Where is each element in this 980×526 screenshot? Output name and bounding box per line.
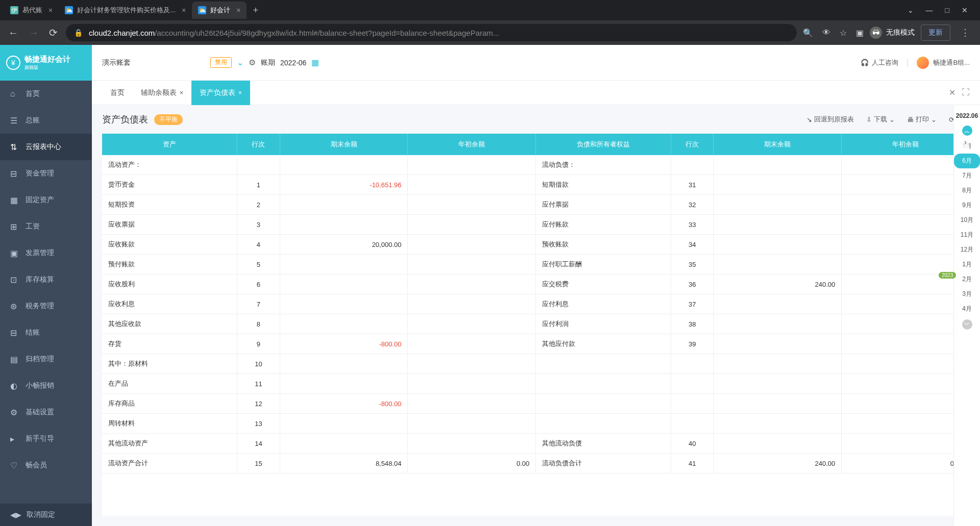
tab-close-icon[interactable]: × [238, 89, 242, 96]
sidebar-item-2[interactable]: ⇅云报表中心 [0, 134, 92, 160]
tab-close-icon[interactable]: × [48, 6, 53, 14]
month-item[interactable]: 10月 [954, 213, 980, 228]
sidebar-item-label: 税务管理 [26, 302, 54, 311]
month-item[interactable]: 3月 [954, 287, 980, 302]
month-down-icon[interactable]: ︾ [962, 319, 972, 330]
extension-icon[interactable]: ▣ [856, 28, 864, 38]
sidebar-item-0[interactable]: ⌂首页 [0, 81, 92, 107]
close-all-tabs-icon[interactable]: ✕ [949, 88, 955, 97]
app-tabs: 首页辅助余额表×资产负债表× ✕ ⛶ [92, 81, 980, 105]
new-tab-button[interactable]: + [247, 5, 264, 16]
browser-tab[interactable]: ⛅ 好会计财务管理软件购买价格及... × [59, 2, 192, 19]
incognito-indicator[interactable]: 🕶 无痕模式 [870, 27, 915, 39]
sidebar-item-label: 结账 [26, 328, 40, 337]
sidebar-icon: ⌂ [10, 89, 19, 98]
kebab-menu-icon[interactable]: ⋮ [957, 27, 974, 38]
sidebar-icon: ▤ [10, 355, 19, 364]
app-tab-2[interactable]: 资产负债表× [191, 81, 250, 105]
app-tab-1[interactable]: 辅助余额表× [133, 81, 191, 105]
dropdown-arrow-icon[interactable]: ⌄ [237, 58, 243, 67]
tab-close-icon[interactable]: × [182, 6, 186, 14]
month-item[interactable]: 12月 [954, 242, 980, 257]
tab-close-icon[interactable]: × [236, 6, 240, 14]
gear-icon[interactable]: ⚙ [249, 58, 256, 67]
eye-off-icon[interactable]: 👁 [822, 28, 830, 37]
table-row: 应收利息7应付利息37 [102, 294, 970, 314]
disable-badge[interactable]: 禁用 [210, 57, 232, 68]
table-cell: 其他应付款 [536, 334, 671, 354]
reload-button[interactable]: ⟳ [47, 24, 60, 41]
browser-tab[interactable]: 伊 易代账 × [4, 2, 59, 19]
month-selector-panel: 2022.06 ︽ 5月6月7月8月9月10月11月12月1月20232月3月4… [953, 105, 980, 526]
print-icon: 🖶 [907, 116, 914, 123]
sidebar-item-14[interactable]: ♡畅会员 [0, 452, 92, 479]
sidebar-item-3[interactable]: ⊟资金管理 [0, 160, 92, 187]
sidebar-item-6[interactable]: ▣发票管理 [0, 240, 92, 266]
back-button[interactable]: ← [6, 25, 20, 41]
close-icon[interactable]: ✕ [962, 6, 968, 14]
table-cell: 应付账款 [536, 215, 671, 235]
month-item[interactable]: 11月 [954, 228, 980, 242]
sidebar-item-7[interactable]: ⊡库存核算 [0, 266, 92, 293]
sidebar-item-4[interactable]: ▦固定资产 [0, 187, 92, 213]
fullscreen-icon[interactable]: ⛶ [962, 88, 970, 97]
browser-tab-active[interactable]: ⛅ 好会计 × [192, 2, 247, 19]
table-row: 应收股利6应交税费36240.00 [102, 274, 970, 294]
window-controls: ⌄ ― □ ✕ [908, 6, 976, 14]
user-info[interactable]: 畅捷通B组... [917, 57, 970, 69]
month-item[interactable]: 8月 [954, 183, 980, 198]
app-tab-label: 资产负债表 [200, 88, 235, 97]
incognito-label: 无痕模式 [886, 28, 915, 37]
support-link[interactable]: 🎧 人工咨询 [861, 58, 898, 67]
sidebar-icon: ◐ [10, 381, 19, 391]
download-button[interactable]: ⇩下载 ⌄ [866, 115, 895, 124]
table-cell [280, 255, 408, 274]
period-value: 2022-06 [280, 59, 306, 67]
month-up-icon[interactable]: ︽ [962, 126, 972, 136]
sidebar-item-label: 归档管理 [26, 355, 54, 364]
table-cell: 应交税费 [536, 274, 671, 294]
sidebar-item-8[interactable]: ⊛税务管理 [0, 293, 92, 319]
print-button[interactable]: 🖶打印 ⌄ [907, 115, 937, 124]
table-cell: 15 [237, 454, 280, 473]
table-row: 货币资金1-10,651.96短期借款31 [102, 175, 970, 195]
table-cell [536, 414, 671, 434]
sidebar-item-13[interactable]: ▸新手引导 [0, 425, 92, 452]
rollback-button[interactable]: ↘回退到原报表 [806, 115, 854, 124]
table-cell: 4 [237, 235, 280, 255]
table-cell [714, 155, 842, 175]
star-icon[interactable]: ☆ [840, 28, 847, 38]
table-cell [714, 314, 842, 334]
chevron-down-icon: ⌄ [931, 116, 937, 123]
maximize-icon[interactable]: □ [945, 6, 949, 14]
month-item[interactable]: 9月 [954, 198, 980, 213]
table-cell [671, 354, 714, 374]
month-item[interactable]: 6月 [954, 154, 980, 168]
sidebar-item-9[interactable]: ⊟结账 [0, 319, 92, 346]
sidebar-item-5[interactable]: ⊞工资 [0, 213, 92, 240]
scroll-right-icon[interactable]: › [962, 136, 969, 149]
sidebar-item-1[interactable]: ☰总账 [0, 107, 92, 134]
sidebar-item-12[interactable]: ⚙基础设置 [0, 399, 92, 425]
calendar-icon[interactable]: ▦ [311, 58, 319, 67]
app-tab-0[interactable]: 首页 [102, 81, 133, 105]
sidebar-item-11[interactable]: ◐小畅报销 [0, 372, 92, 399]
sidebar-item-10[interactable]: ▤归档管理 [0, 346, 92, 372]
month-item[interactable]: 7月 [954, 168, 980, 183]
logo[interactable]: ¥ 畅捷通好会计 旗舰版 [0, 45, 92, 81]
update-button[interactable]: 更新 [921, 24, 950, 41]
forward-button[interactable]: → [27, 25, 41, 41]
table-cell [714, 294, 842, 314]
table-cell [714, 374, 842, 394]
chevron-down-icon[interactable]: ⌄ [908, 6, 914, 14]
logo-icon: ¥ [6, 56, 20, 70]
url-bar[interactable]: 🔒 cloud2.chanjet.com/accounting/uh26t264… [66, 24, 797, 41]
sidebar-pin-toggle[interactable]: ◀▶ 取消固定 [0, 504, 92, 526]
month-item[interactable]: 1月 [954, 257, 980, 272]
minimize-icon[interactable]: ― [926, 6, 933, 14]
zoom-icon[interactable]: 🔍 [803, 28, 813, 38]
table-cell: -800.00 [280, 334, 408, 354]
month-item[interactable]: 4月 [954, 302, 980, 316]
tab-close-icon[interactable]: × [180, 89, 183, 96]
month-item[interactable]: 2月 [954, 272, 980, 287]
